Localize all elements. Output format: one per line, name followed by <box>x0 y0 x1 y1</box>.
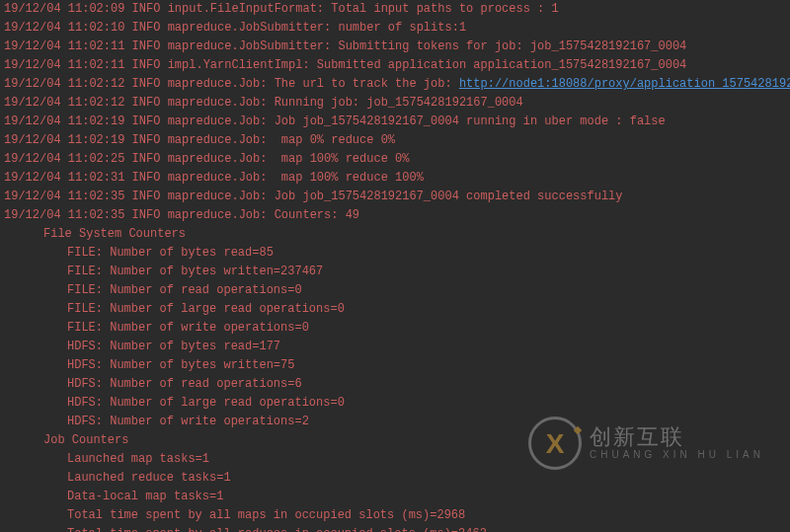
log-line: 19/12/04 11:02:12 INFO mapreduce.Job: Ru… <box>4 94 786 113</box>
counter-item: Data-local map tasks=1 <box>4 488 786 506</box>
counter-item: HDFS: Number of large read operations=0 <box>4 394 786 413</box>
counter-group: File System Counters <box>4 225 786 244</box>
counter-item: HDFS: Number of read operations=6 <box>4 375 786 394</box>
log-line: 19/12/04 11:02:35 INFO mapreduce.Job: Co… <box>4 206 786 225</box>
tracking-url-link[interactable]: http://node1:18088/proxy/application_157… <box>459 77 790 91</box>
log-line: 19/12/04 11:02:31 INFO mapreduce.Job: ma… <box>4 169 786 188</box>
counter-item: FILE: Number of read operations=0 <box>4 281 786 300</box>
counter-item: Total time spent by all reduces in occup… <box>4 525 786 532</box>
log-line: 19/12/04 11:02:11 INFO mapreduce.JobSubm… <box>4 38 786 56</box>
log-line: 19/12/04 11:02:11 INFO impl.YarnClientIm… <box>4 56 786 75</box>
log-line: 19/12/04 11:02:19 INFO mapreduce.Job: Jo… <box>4 113 786 131</box>
counter-item: FILE: Number of large read operations=0 <box>4 300 786 319</box>
log-line: 19/12/04 11:02:19 INFO mapreduce.Job: ma… <box>4 131 786 150</box>
log-line: 19/12/04 11:02:25 INFO mapreduce.Job: ma… <box>4 150 786 169</box>
counter-item: FILE: Number of bytes read=85 <box>4 244 786 263</box>
counter-item: Total time spent by all maps in occupied… <box>4 506 786 525</box>
log-output: 19/12/04 11:02:09 INFO input.FileInputFo… <box>0 0 790 532</box>
log-line: 19/12/04 11:02:12 INFO mapreduce.Job: Th… <box>4 75 786 94</box>
counter-item: FILE: Number of bytes written=237467 <box>4 263 786 281</box>
counter-item: HDFS: Number of write operations=2 <box>4 413 786 431</box>
log-line: 19/12/04 11:02:10 INFO mapreduce.JobSubm… <box>4 19 786 38</box>
counter-item: HDFS: Number of bytes written=75 <box>4 356 786 375</box>
counter-group: Job Counters <box>4 431 786 450</box>
counter-item: HDFS: Number of bytes read=177 <box>4 338 786 356</box>
log-line: 19/12/04 11:02:09 INFO input.FileInputFo… <box>4 0 786 19</box>
log-line: 19/12/04 11:02:35 INFO mapreduce.Job: Jo… <box>4 188 786 206</box>
counter-item: FILE: Number of write operations=0 <box>4 319 786 338</box>
counter-item: Launched reduce tasks=1 <box>4 469 786 488</box>
counter-item: Launched map tasks=1 <box>4 450 786 469</box>
